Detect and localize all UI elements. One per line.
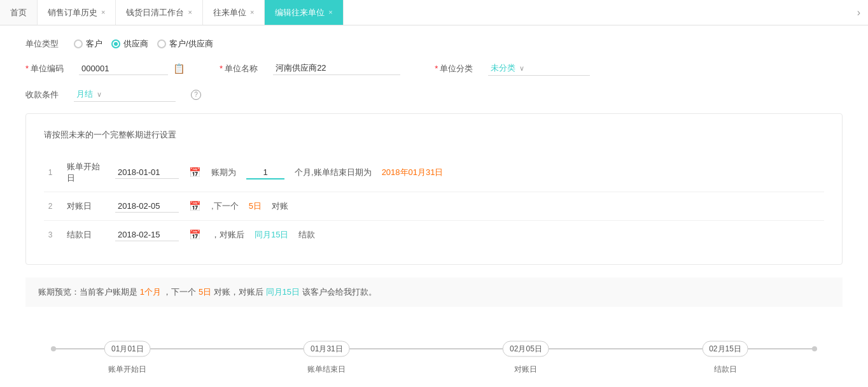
row-2-desc-before: ,下一个 bbox=[211, 201, 239, 212]
timeline-node-3: 02月05日 对账日 bbox=[503, 341, 549, 357]
preview-suffix: 该客户会给我打款。 bbox=[302, 287, 377, 297]
radio-both[interactable]: 客户/供应商 bbox=[157, 38, 213, 50]
tab-edit-close-icon[interactable]: × bbox=[328, 9, 332, 16]
tab-edit-label: 编辑往来单位 bbox=[275, 7, 325, 18]
preview-part2: 5日 bbox=[199, 287, 211, 297]
unit-category-value: 未分类 bbox=[491, 62, 515, 74]
radio-both-label: 客户/供应商 bbox=[169, 38, 213, 50]
timeline-label-3: 对账日 bbox=[514, 364, 537, 375]
setting-row-2: 2 对账日 📅 ,下一个 5日 对账 bbox=[44, 192, 824, 221]
unit-code-input[interactable] bbox=[79, 62, 168, 75]
timeline-node-4: 02月15日 结款日 bbox=[702, 341, 748, 357]
radio-supplier-circle bbox=[111, 39, 120, 48]
radio-customer-label: 客户 bbox=[86, 38, 102, 50]
timeline-track: 01月01日 账单开始日 01月31日 账单结束日 02月05日 对账日 02月… bbox=[51, 330, 817, 368]
row-period-input[interactable] bbox=[246, 166, 284, 179]
tab-sales-history[interactable]: 销售订单历史 × bbox=[38, 0, 116, 25]
row-2-highlight: 5日 bbox=[249, 201, 262, 212]
setting-row-3: 3 结款日 📅 ，对账后 同月15日 结款 bbox=[44, 221, 824, 249]
row-3-highlight: 同月15日 bbox=[255, 229, 288, 241]
payment-value: 月结 bbox=[76, 88, 93, 100]
radio-supplier[interactable]: 供应商 bbox=[111, 38, 148, 50]
tabs-bar: 首页 销售订单历史 × 钱货日清工作台 × 往来单位 × 编辑往来单位 × › bbox=[0, 0, 868, 25]
row-num-1: 1 bbox=[44, 168, 57, 177]
tab-more-icon[interactable]: › bbox=[850, 7, 868, 18]
preview-prefix: 账期预览：当前客户账期是 bbox=[38, 287, 137, 297]
unit-category-arrow-icon: ∨ bbox=[519, 64, 524, 73]
row-calendar-icon-3[interactable]: 📅 bbox=[189, 229, 201, 241]
tab-cash-work[interactable]: 钱货日清工作台 × bbox=[116, 0, 202, 25]
row-calendar-icon-2[interactable]: 📅 bbox=[189, 201, 201, 212]
radio-customer-circle bbox=[74, 39, 83, 48]
timeline-badge-3: 02月05日 bbox=[503, 341, 549, 357]
payment-row: 收款条件 月结 ∨ ? bbox=[25, 87, 843, 102]
row-label-3: 结款日 bbox=[67, 229, 105, 241]
tab-partner[interactable]: 往来单位 × bbox=[203, 0, 265, 25]
preview-middle2: 对账，对账后 bbox=[214, 287, 263, 297]
row-label-2: 对账日 bbox=[67, 201, 105, 212]
row-num-2: 2 bbox=[44, 202, 57, 211]
tab-home-label: 首页 bbox=[10, 7, 27, 18]
radio-supplier-label: 供应商 bbox=[123, 38, 148, 50]
preview-part1: 1个月 bbox=[140, 287, 161, 297]
row-date-input-1[interactable] bbox=[115, 166, 179, 179]
radio-customer[interactable]: 客户 bbox=[74, 38, 102, 50]
timeline-node-2: 01月31日 账单结束日 bbox=[304, 341, 350, 357]
row-period-suffix: 个月,账单结束日期为 bbox=[295, 167, 372, 178]
page-content: 单位类型 客户 供应商 客户/供应商 单位编码 📋 单位名称 单 bbox=[0, 25, 868, 387]
tab-cash-label: 钱货日清工作台 bbox=[126, 7, 184, 18]
timeline-badge-2: 01月31日 bbox=[304, 341, 350, 357]
timeline-dot-left bbox=[51, 346, 56, 351]
timeline-label-2: 账单结束日 bbox=[307, 364, 346, 375]
unit-category-label: 单位分类 bbox=[435, 63, 473, 74]
tab-sales-label: 销售订单历史 bbox=[48, 7, 97, 18]
payment-arrow-icon: ∨ bbox=[97, 90, 102, 99]
unit-name-group bbox=[273, 62, 400, 75]
unit-code-label: 单位编码 bbox=[25, 63, 64, 74]
unit-type-row: 单位类型 客户 供应商 客户/供应商 bbox=[25, 38, 843, 50]
unit-name-label: 单位名称 bbox=[220, 63, 258, 74]
section-hint: 请按照未来的一个完整帐期进行设置 bbox=[44, 129, 824, 141]
row-2-desc-after: 对账 bbox=[272, 201, 288, 212]
timeline-badge-1: 01月01日 bbox=[104, 341, 151, 357]
row-end-date: 2018年01月31日 bbox=[382, 167, 444, 178]
unit-code-group: 📋 bbox=[79, 62, 185, 75]
tab-home[interactable]: 首页 bbox=[0, 0, 38, 25]
row-date-input-3[interactable] bbox=[115, 229, 179, 241]
unit-category-dropdown[interactable]: 未分类 ∨ bbox=[488, 61, 590, 76]
row-3-desc-before: ，对账后 bbox=[211, 229, 244, 241]
tab-sales-close-icon[interactable]: × bbox=[101, 9, 105, 16]
timeline-dot-right bbox=[812, 346, 817, 351]
row-3-desc-after: 结款 bbox=[298, 229, 315, 241]
unit-type-radio-group: 客户 供应商 客户/供应商 bbox=[74, 38, 213, 50]
unit-type-label: 单位类型 bbox=[25, 38, 59, 50]
preview-bar: 账期预览：当前客户账期是 1个月 ，下一个 5日 对账，对账后 同月15日 该客… bbox=[25, 278, 843, 307]
row-period-prefix: 账期为 bbox=[211, 167, 236, 178]
timeline-badge-4: 02月15日 bbox=[702, 341, 748, 357]
payment-label: 收款条件 bbox=[25, 89, 59, 101]
timeline-wrap: 01月01日 账单开始日 01月31日 账单结束日 02月05日 对账日 02月… bbox=[25, 317, 843, 374]
period-section: 请按照未来的一个完整帐期进行设置 1 账单开始日 📅 账期为 个月,账单结束日期… bbox=[25, 113, 843, 265]
row-date-input-2[interactable] bbox=[115, 200, 179, 213]
radio-both-circle bbox=[157, 39, 166, 48]
row-num-3: 3 bbox=[44, 230, 57, 239]
tab-edit-partner[interactable]: 编辑往来单位 × bbox=[265, 0, 343, 25]
tab-partner-close-icon[interactable]: × bbox=[250, 9, 254, 16]
tab-partner-label: 往来单位 bbox=[213, 7, 246, 18]
payment-dropdown[interactable]: 月结 ∨ bbox=[74, 87, 176, 102]
unit-name-input[interactable] bbox=[273, 62, 400, 75]
setting-row-1: 1 账单开始日 📅 账期为 个月,账单结束日期为 2018年01月31日 bbox=[44, 153, 824, 192]
unit-info-row: 单位编码 📋 单位名称 单位分类 未分类 ∨ bbox=[25, 61, 843, 76]
payment-help-icon[interactable]: ? bbox=[191, 90, 201, 100]
tab-cash-close-icon[interactable]: × bbox=[188, 9, 192, 16]
preview-part3: 同月15日 bbox=[266, 287, 300, 297]
row-calendar-icon-1[interactable]: 📅 bbox=[189, 167, 201, 178]
timeline-node-1: 01月01日 账单开始日 bbox=[104, 341, 151, 357]
preview-middle1: ，下一个 bbox=[163, 287, 196, 297]
unit-code-copy-icon[interactable]: 📋 bbox=[173, 63, 185, 74]
timeline-label-1: 账单开始日 bbox=[108, 364, 146, 375]
row-label-1: 账单开始日 bbox=[67, 161, 105, 184]
timeline-label-4: 结款日 bbox=[714, 364, 737, 375]
